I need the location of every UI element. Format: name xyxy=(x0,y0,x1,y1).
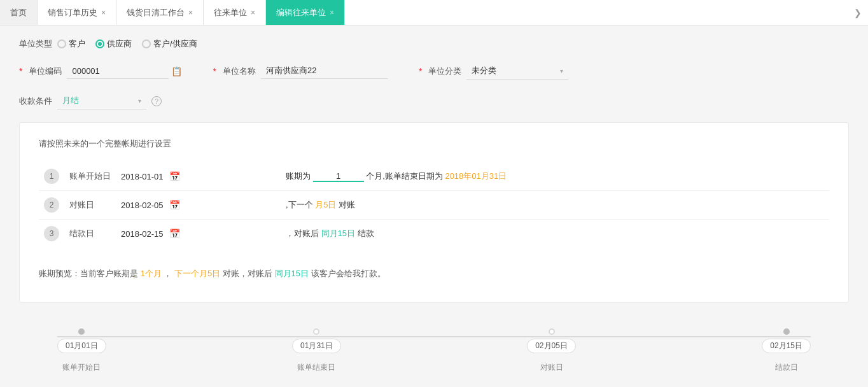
radio-supplier-circle xyxy=(95,39,104,48)
unit-name-input[interactable] xyxy=(261,64,388,79)
timeline-node-2: 02月05日 对账日 xyxy=(527,328,576,373)
tab-sales-history-close[interactable]: × xyxy=(101,9,106,17)
tab-edit-partner[interactable]: 编辑往来单位 × xyxy=(266,0,345,25)
step-3-desc-cell: ，对账后 同月15日 结款 xyxy=(281,220,829,248)
step-row-1: 1 账单开始日 2018-01-01 📅 账期为 个月,账单结束日期为 2018… xyxy=(39,162,829,191)
radio-customer[interactable]: 客户 xyxy=(57,38,85,50)
payment-help-icon[interactable]: ? xyxy=(151,96,162,106)
payment-label: 收款条件 xyxy=(19,95,52,107)
tab-bar: 首页 销售订单历史 × 钱货日清工作台 × 往来单位 × 编辑往来单位 × ❯ xyxy=(0,0,868,25)
timeline-wrap: 01月01日 账单开始日 01月31日 账单结束日 02月05日 对账日 02月… xyxy=(19,316,849,387)
step-3-date: 2018-02-15 xyxy=(121,229,164,239)
unit-type-row: 单位类型 客户 供应商 客户/供应商 xyxy=(19,38,849,50)
name-required: * xyxy=(213,66,216,76)
radio-group: 客户 供应商 客户/供应商 xyxy=(57,38,197,50)
timeline-badge-3: 02月15日 xyxy=(762,339,811,353)
step-1-suffix-pre: 账期为 xyxy=(286,171,311,181)
step-2-suffix-pre: ,下一个 xyxy=(286,200,313,209)
timeline-dot-0 xyxy=(78,328,85,335)
preview-1: 1个月 xyxy=(141,269,162,278)
payment-row: 收款条件 月结 ▾ ? xyxy=(19,92,849,109)
step-3-suffix-pre: ，对账后 xyxy=(286,229,319,238)
unit-classify-dropdown[interactable]: 未分类 ▾ xyxy=(466,62,568,80)
step-1-date: 2018-01-01 xyxy=(121,172,164,181)
radio-both-label: 客户/供应商 xyxy=(153,38,197,50)
unit-code-label: 单位编码 xyxy=(29,66,62,77)
unit-classify-label: 单位分类 xyxy=(428,66,461,77)
panel-title: 请按照未来的一个完整帐期进行设置 xyxy=(39,138,829,150)
step-3-suffix-post: 结款 xyxy=(358,229,374,238)
preview-3: 同月15日 xyxy=(275,269,309,278)
panel-box: 请按照未来的一个完整帐期进行设置 1 账单开始日 2018-01-01 📅 xyxy=(19,122,849,303)
step-1-number: 1 xyxy=(44,169,59,184)
timeline-sublabel-2: 对账日 xyxy=(540,362,563,373)
unit-name-label: 单位名称 xyxy=(223,66,256,77)
tab-partner-units[interactable]: 往来单位 × xyxy=(204,0,266,25)
step-3-date-cell: 2018-02-15 📅 xyxy=(116,220,281,248)
timeline-dot-2 xyxy=(549,328,555,335)
classify-required: * xyxy=(419,66,422,76)
tab-partner-units-close[interactable]: × xyxy=(251,9,255,17)
radio-both[interactable]: 客户/供应商 xyxy=(142,38,197,50)
tab-home[interactable]: 首页 xyxy=(0,0,38,25)
period-input[interactable] xyxy=(313,171,364,182)
tab-home-label: 首页 xyxy=(10,7,27,18)
tab-cash-workbench-close[interactable]: × xyxy=(188,9,193,17)
unit-code-input[interactable] xyxy=(67,64,169,79)
step-1-label: 账单开始日 xyxy=(64,162,116,191)
step-1-highlight: 2018年01月31日 xyxy=(445,171,507,181)
step-2-calendar-icon[interactable]: 📅 xyxy=(169,200,180,210)
timeline-sublabel-3: 结款日 xyxy=(775,362,798,373)
chevron-right-icon: ❯ xyxy=(854,8,862,18)
preview-sep1: ， xyxy=(164,269,172,278)
step-3-label: 结款日 xyxy=(64,220,116,248)
payment-dropdown[interactable]: 月结 ▾ xyxy=(57,92,146,109)
step-1-desc-cell: 账期为 个月,账单结束日期为 2018年01月31日 xyxy=(281,162,829,191)
unit-type-label: 单位类型 xyxy=(19,38,52,50)
step-2-date: 2018-02-05 xyxy=(121,201,164,210)
main-content: 单位类型 客户 供应商 客户/供应商 * 单位编码 📋 * 单位名称 * xyxy=(0,25,868,387)
code-required: * xyxy=(19,66,22,76)
tab-edit-partner-label: 编辑往来单位 xyxy=(276,7,326,18)
copy-icon[interactable]: 📋 xyxy=(171,66,182,76)
timeline-badge-2: 02月05日 xyxy=(527,339,576,353)
radio-supplier[interactable]: 供应商 xyxy=(95,38,132,50)
tab-cash-workbench[interactable]: 钱货日清工作台 × xyxy=(116,0,204,25)
timeline-badge-1: 01月31日 xyxy=(292,339,341,353)
step-2-suffix-post: 对账 xyxy=(339,200,355,209)
unit-code-wrap: 📋 xyxy=(67,64,182,79)
tab-arrow[interactable]: ❯ xyxy=(848,0,868,25)
preview-end: 该客户会给我打款。 xyxy=(311,269,386,278)
radio-supplier-label: 供应商 xyxy=(107,38,132,50)
preview-label: 账期预览：当前客户账期是 xyxy=(39,269,138,278)
step-2-highlight: 月5日 xyxy=(315,200,336,209)
timeline-badge-0: 01月01日 xyxy=(57,339,106,353)
radio-customer-circle xyxy=(57,39,66,48)
timeline-sublabel-0: 账单开始日 xyxy=(62,362,101,373)
payment-value: 月结 xyxy=(62,95,138,106)
classify-chevron-icon: ▾ xyxy=(560,67,563,74)
step-2-label: 对账日 xyxy=(64,191,116,220)
tab-edit-partner-close[interactable]: × xyxy=(330,9,334,17)
step-1-calendar-icon[interactable]: 📅 xyxy=(169,171,180,181)
step-1-date-cell: 2018-01-01 📅 xyxy=(116,162,281,191)
timeline-node-3: 02月15日 结款日 xyxy=(762,328,811,373)
tab-partner-units-label: 往来单位 xyxy=(214,7,247,18)
tab-sales-history[interactable]: 销售订单历史 × xyxy=(38,0,116,25)
payment-chevron-icon: ▾ xyxy=(138,97,141,104)
timeline-dot-3 xyxy=(783,328,790,335)
unit-info-row: * 单位编码 📋 * 单位名称 * 单位分类 未分类 ▾ xyxy=(19,62,849,80)
unit-classify-value: 未分类 xyxy=(472,65,557,76)
step-2-date-cell: 2018-02-05 📅 xyxy=(116,191,281,220)
preview-2: 下一个月5日 xyxy=(174,269,220,278)
step-3-calendar-icon[interactable]: 📅 xyxy=(169,229,180,239)
step-2-desc-cell: ,下一个 月5日 对账 xyxy=(281,191,829,220)
step-row-2: 2 对账日 2018-02-05 📅 ,下一个 月5日 对账 xyxy=(39,191,829,220)
step-3-number: 3 xyxy=(44,226,59,241)
step-row-3: 3 结款日 2018-02-15 📅 ，对账后 同月15日 结款 xyxy=(39,220,829,248)
tab-sales-history-label: 销售订单历史 xyxy=(48,7,97,18)
preview-text: 账期预览：当前客户账期是 1个月 ， 下一个月5日 对账，对账后 同月15日 该… xyxy=(39,260,829,287)
preview-mid: 对账，对账后 xyxy=(223,269,272,278)
step-2-number: 2 xyxy=(44,197,59,213)
timeline-nodes: 01月01日 账单开始日 01月31日 账单结束日 02月05日 对账日 02月… xyxy=(57,328,811,373)
